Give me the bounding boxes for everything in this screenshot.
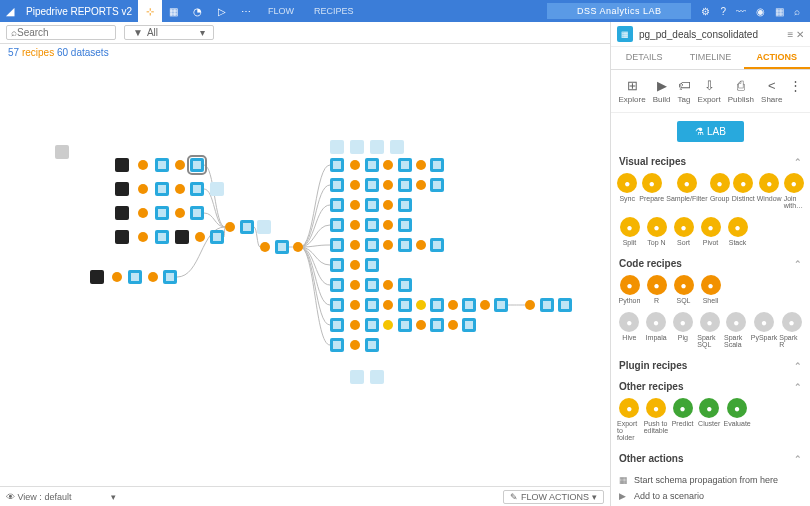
recipe-r[interactable]: ●R (644, 275, 669, 304)
nav-tab-jobs-icon[interactable]: ▷ (210, 0, 234, 22)
flow-recipe-node[interactable] (138, 232, 148, 242)
flow-recipe-node[interactable] (350, 280, 360, 290)
flow-dataset-node[interactable] (430, 178, 444, 192)
flow-recipe-node[interactable] (175, 160, 185, 170)
other-action-start-schema-propagation-from-[interactable]: ▦Start schema propagation from here (619, 472, 802, 488)
flow-dataset-node[interactable] (190, 158, 204, 172)
action-tag[interactable]: 🏷Tag (678, 78, 691, 104)
flow-dataset-node[interactable] (330, 318, 344, 332)
chevron-down-icon[interactable]: ▾ (111, 492, 116, 502)
recipe-predict[interactable]: ●Predict (670, 398, 695, 441)
flow-recipe-node[interactable] (350, 300, 360, 310)
flow-recipe-node[interactable] (350, 260, 360, 270)
flow-recipe-node[interactable] (383, 200, 393, 210)
activity-icon[interactable]: 〰 (736, 6, 746, 17)
lab-button[interactable]: ⚗ LAB (677, 121, 744, 142)
flow-recipe-node[interactable] (350, 320, 360, 330)
recipe-join-with-[interactable]: ●Join with… (784, 173, 804, 209)
flow-recipe-node[interactable] (175, 184, 185, 194)
flow-dataset-node[interactable] (398, 158, 412, 172)
flow-dataset-node[interactable] (494, 298, 508, 312)
panel-menu-icon[interactable]: ≡ ✕ (787, 29, 804, 40)
recipe-group[interactable]: ●Group (709, 173, 729, 209)
nav-tab-more-icon[interactable]: ⋯ (234, 0, 258, 22)
flow-dataset-node[interactable] (190, 206, 204, 220)
flow-recipe-node[interactable] (112, 272, 122, 282)
flow-dataset-node[interactable] (90, 270, 104, 284)
recipe-pivot[interactable]: ●Pivot (698, 217, 723, 246)
section-code-recipes[interactable]: Code recipes⌃ (611, 252, 810, 273)
flow-dataset-node[interactable] (115, 206, 129, 220)
flow-dataset-node[interactable] (365, 198, 379, 212)
recipe-stack[interactable]: ●Stack (725, 217, 750, 246)
selected-dataset-name[interactable]: pg_pd_deals_consolidated (639, 29, 787, 40)
recipe-spark-r[interactable]: ●Spark R (779, 312, 804, 348)
recipe-evaluate[interactable]: ●Evaluate (724, 398, 751, 441)
flow-recipe-node[interactable] (416, 320, 426, 330)
tab-timeline[interactable]: TIMELINE (677, 47, 743, 69)
flow-dataset-node[interactable] (330, 238, 344, 252)
flow-dataset-node[interactable] (398, 318, 412, 332)
user-avatar-icon[interactable]: ◉ (756, 6, 765, 17)
flow-dataset-node[interactable] (330, 278, 344, 292)
other-action-add-to-a-scenario[interactable]: ▶Add to a scenario (619, 488, 802, 504)
flow-dataset-node[interactable] (398, 238, 412, 252)
flow-dataset-node[interactable] (115, 158, 129, 172)
nav-tab-flow-icon[interactable]: ⊹ (138, 0, 162, 22)
flow-dataset-node[interactable] (55, 145, 69, 159)
action-build[interactable]: ▶Build (653, 78, 671, 104)
section-visual-recipes[interactable]: Visual recipes⌃ (611, 150, 810, 171)
flow-recipe-node[interactable] (525, 300, 535, 310)
flow-dataset-node[interactable] (330, 258, 344, 272)
recipe-sample-filter[interactable]: ●Sample/Filter (666, 173, 707, 209)
flow-recipe-node[interactable] (260, 242, 270, 252)
flow-dataset-node[interactable] (155, 230, 169, 244)
flow-recipe-node[interactable] (383, 320, 393, 330)
recipe-shell[interactable]: ●Shell (698, 275, 723, 304)
recipe-spark-scala[interactable]: ●Spark Scala (724, 312, 749, 348)
flow-dataset-node[interactable] (128, 270, 142, 284)
flow-dataset-node[interactable] (115, 182, 129, 196)
flow-dataset-node[interactable] (240, 220, 254, 234)
flow-actions-button[interactable]: ✎ FLOW ACTIONS ▾ (503, 490, 604, 504)
flow-recipe-node[interactable] (383, 240, 393, 250)
search-box[interactable]: ⌕ (6, 25, 116, 40)
flow-recipe-node[interactable] (225, 222, 235, 232)
recipes-link[interactable]: recipes (22, 47, 54, 58)
flow-dataset-node[interactable] (115, 230, 129, 244)
flow-recipe-node[interactable] (138, 208, 148, 218)
action-share[interactable]: <Share (761, 78, 782, 104)
flow-dataset-node[interactable] (155, 206, 169, 220)
help-icon[interactable]: ? (720, 6, 726, 17)
flow-dataset-node[interactable] (330, 298, 344, 312)
flow-dataset-node[interactable] (558, 298, 572, 312)
flow-recipe-node[interactable] (350, 240, 360, 250)
search-global-icon[interactable]: ⌕ (794, 6, 800, 17)
recipe-pig[interactable]: ●Pig (671, 312, 696, 348)
tab-details[interactable]: DETAILS (611, 47, 677, 69)
flow-dataset-node[interactable] (257, 220, 271, 234)
flow-recipe-node[interactable] (350, 200, 360, 210)
flow-recipe-node[interactable] (416, 300, 426, 310)
recipe-distinct[interactable]: ●Distinct (732, 173, 755, 209)
recipe-split[interactable]: ●Split (617, 217, 642, 246)
flow-dataset-node[interactable] (365, 298, 379, 312)
flow-dataset-node[interactable] (365, 218, 379, 232)
flow-dataset-node[interactable] (398, 198, 412, 212)
recipe-spark-sql[interactable]: ●Spark SQL (697, 312, 722, 348)
flow-dataset-node[interactable] (163, 270, 177, 284)
flow-recipe-node[interactable] (350, 220, 360, 230)
apps-icon[interactable]: ▦ (775, 6, 784, 17)
nav-tab-analysis-icon[interactable]: ◔ (186, 0, 210, 22)
project-name[interactable]: Pipedrive REPORTS v2 (20, 6, 138, 17)
action-export[interactable]: ⇩Export (698, 78, 721, 104)
recipe-impala[interactable]: ●Impala (644, 312, 669, 348)
flow-dataset-node[interactable] (462, 318, 476, 332)
search-input[interactable] (17, 27, 97, 38)
section-other-recipes[interactable]: Other recipes⌃ (611, 375, 810, 396)
recipe-prepare[interactable]: ●Prepare (639, 173, 664, 209)
flow-recipe-node[interactable] (383, 280, 393, 290)
flow-recipe-node[interactable] (148, 272, 158, 282)
flow-recipe-node[interactable] (350, 340, 360, 350)
flow-dataset-node[interactable] (430, 158, 444, 172)
